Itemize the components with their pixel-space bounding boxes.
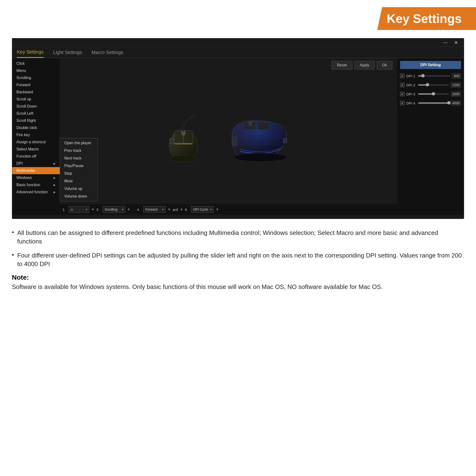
close-button[interactable]: ✕ (452, 39, 460, 46)
svg-rect-8 (174, 143, 193, 144)
dpi2-slider[interactable] (418, 84, 449, 86)
sidebar-item-scroll-down[interactable]: Scroll Down (12, 103, 60, 110)
reset-button[interactable]: Reset (332, 61, 353, 69)
bullet-text-2: Four different user-defined DPI settings… (17, 251, 464, 269)
submenu-item-volume-up[interactable]: Volume up (60, 185, 98, 192)
center-area: Reset Apply Ok (60, 58, 397, 215)
svg-rect-15 (283, 138, 287, 143)
dpi2-label: DPI 2 (406, 83, 416, 87)
dpi2-checkbox[interactable]: ✓ (400, 83, 404, 87)
row1-num3: 3 (96, 207, 101, 212)
svg-point-16 (235, 153, 287, 162)
dpi1-checkbox[interactable]: ✓ (400, 74, 404, 78)
sidebar-item-scrolling[interactable]: Scrolling (12, 74, 60, 81)
minimize-button[interactable]: — (441, 39, 449, 46)
row2-arrow3: ▼ (216, 207, 219, 211)
row1-select1-wrapper: u Click Scrolling (69, 206, 89, 213)
title-bar: — ✕ (12, 38, 464, 47)
svg-rect-11 (257, 122, 270, 130)
mouse-display (60, 72, 397, 204)
dpi4-value: 4000 (451, 101, 461, 106)
submenu-item-open-player[interactable]: Open the player (60, 139, 98, 147)
row2-select1[interactable]: Forward Backward Click (143, 206, 166, 213)
row2-number: 4 (137, 207, 141, 212)
page-title: Key Settings (387, 11, 462, 26)
submenu-item-stop[interactable]: Stop (60, 170, 98, 177)
row2-select1-wrapper: Forward Backward Click (143, 206, 166, 213)
row2-num6: 6 (185, 207, 189, 212)
app-window: — ✕ Key Settings Light Settings Macro Se… (12, 38, 464, 219)
sidebar-item-forward[interactable]: Forward (12, 81, 60, 88)
submenu-item-next-track[interactable]: Next track (60, 154, 98, 162)
svg-point-9 (170, 155, 197, 162)
row2-select2[interactable]: DPI Cycle Scrolling Click (191, 206, 214, 213)
row1-number: 1 (63, 207, 67, 212)
sidebar-item-select-macro[interactable]: Select Macro (12, 146, 60, 153)
sidebar-item-scroll-right[interactable]: Scroll Right (12, 117, 60, 124)
sidebar-item-multimedia[interactable]: Multimedia (12, 167, 60, 174)
sidebar: Click Menu Scrolling Forward Backward Sc… (12, 58, 60, 215)
row1-select1[interactable]: u Click Scrolling (69, 206, 89, 213)
dpi-row-3: ✓ DPI 3 2000 (400, 91, 461, 97)
tab-light-settings[interactable]: Light Settings (53, 50, 82, 58)
bullet-2: • Four different user-defined DPI settin… (12, 251, 464, 269)
dpi-row-2: ✓ DPI 2 1200 (400, 82, 461, 87)
sidebar-item-menu[interactable]: Menu (12, 67, 60, 74)
svg-rect-13 (232, 137, 237, 141)
svg-rect-7 (170, 138, 174, 143)
dpi3-checkbox[interactable]: ✓ (400, 92, 404, 96)
apply-button[interactable]: Apply (354, 61, 375, 69)
sidebar-item-function-off[interactable]: Function off (12, 153, 60, 160)
sidebar-item-backward[interactable]: Backward (12, 88, 60, 96)
sidebar-item-click[interactable]: Click (12, 60, 60, 67)
top-buttons-row: Reset Apply Ok (60, 58, 397, 72)
dpi3-slider[interactable] (418, 93, 449, 95)
sidebar-item-dpi[interactable]: DPI (12, 160, 60, 167)
dpi2-value: 1200 (451, 82, 461, 87)
dpi-row-1: ✓ DPI 1 600 (400, 73, 461, 79)
dpi4-slider[interactable] (418, 102, 449, 104)
row1-select2[interactable]: Scrolling Click DPI Cycle (102, 206, 125, 213)
dpi3-value: 2000 (451, 91, 461, 97)
dpi-row-4: ✓ DPI 4 4000 (400, 101, 461, 106)
submenu-item-play-pause[interactable]: Play/Pause (60, 162, 98, 170)
sidebar-item-basic-function[interactable]: Basic function (12, 181, 60, 188)
mouse-image-right (226, 115, 298, 162)
sidebar-item-windows[interactable]: Windows (12, 174, 60, 181)
sidebar-item-scroll-up[interactable]: Scroll up (12, 96, 60, 103)
bullet-text-1: All buttons can be assigned to different… (17, 228, 464, 246)
dpi1-slider[interactable] (418, 75, 450, 77)
submenu-item-volume-down[interactable]: Volume down (60, 192, 98, 200)
bullet-1: • All buttons can be assigned to differe… (12, 228, 464, 246)
row2-arrow1: ▼ (168, 207, 171, 211)
ok-button[interactable]: Ok (377, 61, 392, 69)
tab-macro-settings[interactable]: Macro Settings (92, 50, 123, 58)
row1-arrow1: ▼ (91, 207, 95, 211)
note-section: Note: Software is available for Windows … (12, 274, 464, 291)
row2-arrow2: ▼ (180, 207, 183, 211)
main-content: Click Menu Scrolling Forward Backward Sc… (12, 58, 464, 215)
dpi-setting-title: DPI Setting (400, 61, 461, 69)
bullet-dot-1: • (12, 229, 14, 236)
right-panel: DPI Setting ✓ DPI 1 600 ✓ DPI 2 120 (397, 58, 464, 215)
sidebar-item-advanced-function[interactable]: Advanced function (12, 188, 60, 196)
submenu-item-mute[interactable]: Mute (60, 177, 98, 185)
note-text: Software is available for Windows system… (12, 282, 464, 291)
row2-select2-wrapper: DPI Cycle Scrolling Click (191, 206, 214, 213)
row1-arrow2: ▼ (127, 207, 130, 211)
svg-rect-14 (232, 142, 237, 145)
sidebar-item-double-click[interactable]: Double click (12, 124, 60, 131)
bullet-dot-2: • (12, 252, 14, 258)
description-section: • All buttons can be assigned to differe… (12, 228, 464, 291)
dpi4-label: DPI 4 (406, 101, 416, 105)
tab-key-settings[interactable]: Key Settings (17, 49, 44, 58)
dpi1-value: 600 (452, 73, 461, 79)
dpi4-checkbox[interactable]: ✓ (400, 101, 404, 105)
sidebar-item-scroll-left[interactable]: Scroll Left (12, 110, 60, 117)
svg-point-12 (249, 121, 252, 125)
submenu-item-prev-track[interactable]: Prev track (60, 147, 98, 154)
sidebar-item-assign-shortcut[interactable]: Assign a shortcut (12, 138, 60, 146)
row2-ard: ard (173, 207, 178, 212)
sidebar-item-fire-key[interactable]: Fire key (12, 131, 60, 138)
nav-tabs: Key Settings Light Settings Macro Settin… (12, 47, 464, 58)
